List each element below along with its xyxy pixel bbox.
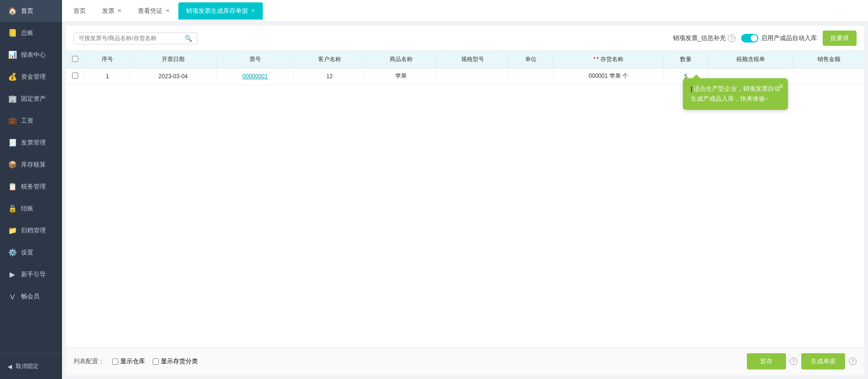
sidebar-item-inventory[interactable]: 📦 库存核算 bbox=[0, 154, 62, 176]
generate-help-icon[interactable]: ? bbox=[849, 358, 857, 365]
sidebar-item-vip[interactable]: V 畅会员 bbox=[0, 285, 62, 307]
row-number[interactable]: 00000001 bbox=[217, 68, 294, 84]
sidebar-label-reports: 报表中心 bbox=[21, 51, 46, 59]
pin-toggle[interactable]: ◀ 取消固定 bbox=[0, 358, 62, 375]
footer-config: 列表配置： 显示仓库 显示存货分类 bbox=[73, 357, 739, 366]
tab-home[interactable]: 首页 bbox=[66, 2, 93, 20]
sidebar-item-closing[interactable]: 🔒 结账 bbox=[0, 198, 62, 220]
info-help-icon[interactable]: ? bbox=[728, 34, 735, 42]
save-button[interactable]: 暂存 bbox=[747, 353, 786, 369]
row-checkbox[interactable] bbox=[72, 73, 78, 79]
sidebar-label-home: 首页 bbox=[21, 7, 33, 15]
footer-actions: 暂存 ? 生成单据 ? bbox=[747, 353, 857, 369]
invoice-icon: 🧾 bbox=[8, 138, 17, 147]
content-panel: 🔍 销项发票_信息补充 ? 启用产成品自动入库 批量填 bbox=[66, 26, 864, 375]
sidebar-label-archive: 归档管理 bbox=[21, 226, 46, 235]
sidebar-item-home[interactable]: 🏠 首页 bbox=[0, 0, 62, 22]
save-help-icon[interactable]: ? bbox=[790, 358, 797, 365]
sidebar-label-wages: 工资 bbox=[21, 116, 33, 125]
sidebar-item-wages[interactable]: 💼 工资 bbox=[0, 110, 62, 132]
sidebar-item-ledger[interactable]: 📒 总账 bbox=[0, 22, 62, 44]
generate-button[interactable]: 生成单据 bbox=[801, 353, 845, 369]
tab-invoice-close[interactable]: ✕ bbox=[117, 8, 122, 14]
toolbar-right: 销项发票_信息补充 ? 启用产成品自动入库 批量填 bbox=[673, 31, 857, 46]
closing-icon: 🔒 bbox=[8, 204, 17, 213]
ledger-icon: 📒 bbox=[8, 29, 17, 37]
table-header-row: 序号 开票日期 票号 客户名称 商品名称 规格型号 单位 ** 存货名称 数量 … bbox=[66, 51, 864, 68]
search-box[interactable]: 🔍 bbox=[73, 32, 197, 44]
select-all-checkbox[interactable] bbox=[72, 56, 78, 62]
guide-icon: ▶ bbox=[8, 270, 17, 279]
show-category-label: 显示存货分类 bbox=[161, 357, 198, 366]
sidebar-item-funds[interactable]: 💰 资金管理 bbox=[0, 66, 62, 88]
tab-credit-note-close[interactable]: ✕ bbox=[251, 8, 255, 14]
vip-icon: V bbox=[8, 293, 17, 301]
inventory-icon: 📦 bbox=[8, 160, 17, 169]
tooltip-text: 适合生产型企业，销项发票自动生成产成品入库，快来体验~ bbox=[691, 85, 780, 102]
sidebar-label-vip: 畅会员 bbox=[21, 292, 40, 301]
tab-invoice[interactable]: 发票 ✕ bbox=[94, 2, 129, 20]
sidebar-label-invoice: 发票管理 bbox=[21, 138, 46, 147]
tab-credit-note-label: 销项发票生成库存单据 bbox=[186, 7, 248, 15]
toggle-label: 启用产成品自动入库 bbox=[761, 34, 817, 42]
home-icon: 🏠 bbox=[8, 7, 17, 15]
sidebar-item-settings[interactable]: ⚙️ 设置 bbox=[0, 242, 62, 263]
pin-icon: ◀ bbox=[8, 363, 12, 370]
tab-invoice-label: 发票 bbox=[102, 7, 114, 15]
row-seq: 1 bbox=[85, 68, 130, 84]
th-price-check: 税额含税单 bbox=[708, 51, 793, 68]
toggle-knob bbox=[751, 35, 757, 42]
show-category-checkbox[interactable] bbox=[153, 358, 159, 365]
funds-icon: 💰 bbox=[8, 73, 17, 81]
tab-voucher-close[interactable]: ✕ bbox=[165, 8, 170, 14]
show-warehouse-wrap: 显示仓库 bbox=[112, 357, 145, 366]
th-model: 规格型号 bbox=[437, 51, 508, 68]
sidebar-label-closing: 结账 bbox=[21, 204, 33, 213]
tooltip-popup: ✕ |适合生产型企业，销项发票自动生成产成品入库，快来体验~ bbox=[683, 78, 788, 110]
info-label: 销项发票_信息补充 ? bbox=[673, 34, 735, 42]
row-customer: 12 bbox=[294, 68, 365, 84]
th-unit: 单位 bbox=[508, 51, 554, 68]
sidebar-bottom: ◀ 取消固定 bbox=[0, 353, 62, 379]
tax-icon: 📋 bbox=[8, 182, 17, 191]
sidebar-label-ledger: 总账 bbox=[21, 29, 33, 37]
auto-warehouse-toggle[interactable] bbox=[741, 34, 758, 42]
sidebar-item-invoice[interactable]: 🧾 发票管理 bbox=[0, 132, 62, 154]
search-icon: 🔍 bbox=[185, 35, 192, 42]
sidebar-label-settings: 设置 bbox=[21, 248, 33, 257]
reports-icon: 📊 bbox=[8, 51, 17, 59]
archive-icon: 📁 bbox=[8, 226, 17, 235]
th-amount: 销售金额 bbox=[793, 51, 864, 68]
row-unit bbox=[508, 68, 554, 84]
tooltip-close-icon[interactable]: ✕ bbox=[778, 81, 784, 92]
sidebar-item-tax[interactable]: 📋 税务管理 bbox=[0, 176, 62, 198]
show-category-wrap: 显示存货分类 bbox=[153, 357, 198, 366]
pin-label: 取消固定 bbox=[16, 362, 39, 370]
th-seq: 序号 bbox=[85, 51, 130, 68]
th-customer: 客户名称 bbox=[294, 51, 365, 68]
sidebar-item-assets[interactable]: 🏢 固定资产 bbox=[0, 88, 62, 110]
th-checkbox bbox=[66, 51, 85, 68]
search-input[interactable] bbox=[79, 35, 185, 42]
sidebar: 🏠 首页 📒 总账 📊 报表中心 💰 资金管理 🏢 固定资产 💼 工资 🧾 发票… bbox=[0, 0, 62, 379]
show-warehouse-checkbox[interactable] bbox=[112, 358, 118, 365]
sidebar-item-archive[interactable]: 📁 归档管理 bbox=[0, 220, 62, 242]
toggle-wrap: 启用产成品自动入库 bbox=[741, 34, 817, 42]
th-inventory: ** 存货名称 bbox=[554, 51, 663, 68]
wages-icon: 💼 bbox=[8, 116, 17, 125]
required-star: * bbox=[593, 56, 596, 63]
sidebar-label-assets: 固定资产 bbox=[21, 95, 46, 103]
tab-voucher-label: 查看凭证 bbox=[138, 7, 163, 15]
sidebar-label-guide: 新手引导 bbox=[21, 270, 46, 279]
sidebar-item-reports[interactable]: 📊 报表中心 bbox=[0, 44, 62, 66]
row-date: 2023-03-04 bbox=[130, 68, 217, 84]
row-checkbox-cell bbox=[66, 68, 85, 84]
sidebar-label-tax: 税务管理 bbox=[21, 182, 46, 191]
tab-voucher[interactable]: 查看凭证 ✕ bbox=[130, 2, 177, 20]
batch-fill-button[interactable]: 批量填 bbox=[823, 31, 857, 46]
settings-icon: ⚙️ bbox=[8, 248, 17, 257]
row-model bbox=[437, 68, 508, 84]
sidebar-item-guide[interactable]: ▶ 新手引导 bbox=[0, 263, 62, 285]
tab-credit-note[interactable]: 销项发票生成库存单据 ✕ bbox=[178, 2, 263, 20]
show-warehouse-label: 显示仓库 bbox=[120, 357, 145, 366]
